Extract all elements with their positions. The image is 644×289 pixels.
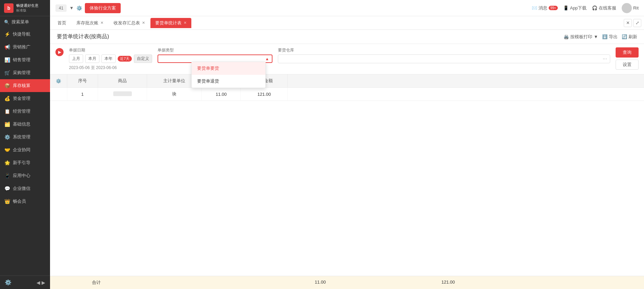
date-filter-group: 单据日期 上月 本月 本年 近7天 自定义 2023-05-06 至 2023-… bbox=[69, 47, 152, 71]
sidebar-item-wechat[interactable]: 💬 企业微信 bbox=[0, 182, 50, 195]
sidebar-logo: b 畅捷通好生意 标准版 bbox=[0, 0, 50, 16]
template-print-button[interactable]: 🖨️ 按模板打印 ▼ bbox=[564, 34, 598, 40]
type-filter-chevron-up-icon[interactable]: ▲ bbox=[265, 57, 269, 61]
messages-item[interactable]: ✉️ 消息 99+ bbox=[532, 5, 558, 11]
trial-button[interactable]: 体验行业方案 bbox=[85, 3, 121, 13]
sidebar-expand-icon[interactable]: ▶ bbox=[42, 280, 45, 285]
settings-gear-icon[interactable]: ⚙️ bbox=[5, 279, 11, 286]
sidebar-footer: ⚙️ ◀ ▶ bbox=[0, 275, 50, 289]
type-filter-input[interactable] bbox=[161, 56, 265, 61]
topbar-dropdown-arrow[interactable]: ▼ bbox=[69, 5, 74, 10]
tab-request-summary-label: 要货单统计表 bbox=[155, 20, 182, 26]
sidebar-nav: ⚡ 快捷导航 📢 营销推广 📊 销售管理 🛒 采购管理 📦 库存核算 💰 资金管… bbox=[0, 28, 50, 275]
phone-icon: 📱 bbox=[563, 5, 569, 10]
dropdown-item-request-delivery[interactable]: 要货单要货 bbox=[192, 62, 265, 75]
quick-nav-icon: ⚡ bbox=[4, 31, 10, 37]
tab-request-summary[interactable]: 要货单统计表 ✕ bbox=[150, 18, 191, 28]
tab-home[interactable]: 首页 bbox=[53, 18, 71, 28]
type-filter-label: 单据类型 bbox=[158, 47, 272, 53]
tab-home-label: 首页 bbox=[57, 20, 66, 26]
sidebar-item-quick-nav[interactable]: ⚡ 快捷导航 bbox=[0, 28, 50, 41]
tab-receivable-summary[interactable]: 收发存汇总表 ✕ bbox=[109, 18, 150, 28]
page-title: 要货单统计表(按商品) bbox=[57, 33, 109, 40]
date-prev-month-button[interactable]: 上月 bbox=[69, 54, 83, 63]
warehouse-filter-more-icon[interactable]: ··· bbox=[603, 56, 607, 62]
app-center-icon: 📱 bbox=[4, 173, 10, 178]
message-icon: ✉️ bbox=[532, 5, 537, 10]
date-custom-button[interactable]: 自定义 bbox=[134, 54, 152, 63]
warehouse-filter-input[interactable] bbox=[281, 57, 601, 62]
query-button[interactable]: 查询 bbox=[616, 47, 639, 58]
sidebar-collapse-icon[interactable]: ◀ bbox=[37, 280, 40, 285]
topbar-gear-icon[interactable]: ⚙️ bbox=[76, 5, 82, 11]
topbar: 41 ▼ ⚙️ 体验行业方案 ✉️ 消息 99+ 📱 App下载 🎧 在线客服 … bbox=[50, 0, 644, 16]
warehouse-filter-input-wrap: ··· bbox=[278, 54, 610, 63]
topbar-left: 41 ▼ ⚙️ 体验行业方案 bbox=[55, 3, 121, 13]
tab-inventory-batch[interactable]: 库存批次账 ✕ bbox=[72, 18, 108, 28]
online-service-item[interactable]: 🎧 在线客服 bbox=[592, 5, 616, 11]
print-dropdown-icon[interactable]: ▼ bbox=[594, 34, 598, 39]
cell-amount: 121.00 bbox=[241, 88, 288, 101]
table-row: 1 块 11.00 121.00 bbox=[50, 88, 644, 101]
sidebar-item-purchase[interactable]: 🛒 采购管理 bbox=[0, 66, 50, 79]
sidebar-item-system[interactable]: ⚙️ 系统管理 bbox=[0, 131, 50, 143]
table-footer: 合计 11.00 121.00 bbox=[50, 276, 644, 289]
refresh-button[interactable]: 🔄 刷新 bbox=[622, 34, 637, 40]
date-week-badge[interactable]: 近7天 bbox=[118, 56, 132, 62]
sidebar-item-label: 系统管理 bbox=[13, 134, 30, 140]
sidebar-item-finance[interactable]: 💰 资金管理 bbox=[0, 92, 50, 105]
settings-button[interactable]: 设置 bbox=[616, 60, 639, 70]
wechat-icon: 💬 bbox=[4, 186, 10, 191]
topbar-number: 41 bbox=[55, 4, 67, 12]
filter-expand-button[interactable]: ▶ bbox=[55, 48, 64, 56]
sidebar-item-label: 营销推广 bbox=[13, 44, 30, 50]
sidebar-item-app-center[interactable]: 📱 应用中心 bbox=[0, 169, 50, 182]
cell-settings bbox=[50, 88, 67, 101]
tab-close-all-button[interactable]: ✕ bbox=[624, 19, 632, 27]
goods-placeholder bbox=[113, 91, 132, 96]
app-download-item[interactable]: 📱 App下载 bbox=[563, 5, 587, 11]
user-avatar-item[interactable]: Rit bbox=[622, 3, 639, 13]
sidebar-item-marketing[interactable]: 📢 营销推广 bbox=[0, 41, 50, 53]
cell-index: 1 bbox=[67, 88, 98, 101]
date-cur-month-button[interactable]: 本月 bbox=[85, 54, 99, 63]
sidebar-item-label: 销售管理 bbox=[13, 57, 30, 63]
cell-quantity: 11.00 bbox=[202, 88, 241, 101]
tab-expand-button[interactable]: ⤢ bbox=[633, 19, 641, 27]
filter-actions: 查询 设置 bbox=[616, 47, 639, 70]
warehouse-filter-label: 要货仓库 bbox=[278, 47, 610, 53]
sidebar-item-enterprise[interactable]: 🤝 企业协同 bbox=[0, 143, 50, 156]
inventory-icon: 📦 bbox=[4, 83, 10, 88]
sidebar-item-sales[interactable]: 📊 销售管理 bbox=[0, 53, 50, 66]
export-button[interactable]: ⬇️ 导出 bbox=[602, 34, 618, 40]
col-settings-header[interactable]: ⚙️ bbox=[50, 74, 67, 88]
sidebar-item-label: 应用中心 bbox=[13, 173, 30, 179]
template-print-label: 按模板打印 bbox=[570, 34, 592, 40]
sidebar-item-label: 资金管理 bbox=[13, 95, 30, 102]
type-filter-group: 单据类型 ▲ bbox=[158, 47, 272, 63]
messages-label: 消息 bbox=[539, 5, 547, 11]
sales-icon: 📊 bbox=[4, 57, 10, 63]
guide-icon: 🌟 bbox=[4, 160, 10, 165]
sidebar-item-guide[interactable]: 🌟 新手引导 bbox=[0, 156, 50, 169]
sidebar-item-label: 库存核算 bbox=[13, 83, 30, 89]
sidebar-item-inventory[interactable]: 📦 库存核算 bbox=[0, 79, 50, 92]
sidebar-item-member[interactable]: 👑 畅会员 bbox=[0, 195, 50, 208]
tab-receivable-summary-close[interactable]: ✕ bbox=[142, 21, 145, 25]
sidebar-item-operation[interactable]: 📋 经营管理 bbox=[0, 105, 50, 118]
footer-unit bbox=[128, 280, 256, 286]
sidebar-search[interactable]: 🔍 搜索菜单 bbox=[0, 16, 50, 28]
date-cur-year-button[interactable]: 本年 bbox=[101, 54, 116, 63]
tabbar: 首页 库存批次账 ✕ 收发存汇总表 ✕ 要货单统计表 ✕ ✕ ⤢ bbox=[50, 16, 644, 30]
tabbar-controls: ✕ ⤢ bbox=[624, 19, 641, 27]
main-area: 41 ▼ ⚙️ 体验行业方案 ✉️ 消息 99+ 📱 App下载 🎧 在线客服 … bbox=[50, 0, 644, 289]
logo-icon: b bbox=[4, 3, 14, 13]
dropdown-item-request-return[interactable]: 要货单退货 bbox=[192, 75, 265, 88]
sidebar-item-base-info[interactable]: 🗂️ 基础信息 bbox=[0, 118, 50, 131]
tab-request-summary-close[interactable]: ✕ bbox=[184, 21, 187, 25]
cell-extra bbox=[288, 88, 644, 101]
export-icon: ⬇️ bbox=[602, 34, 607, 39]
col-index-header: 序号 bbox=[67, 74, 98, 88]
tab-inventory-batch-close[interactable]: ✕ bbox=[100, 21, 103, 25]
user-avatar bbox=[622, 3, 632, 13]
